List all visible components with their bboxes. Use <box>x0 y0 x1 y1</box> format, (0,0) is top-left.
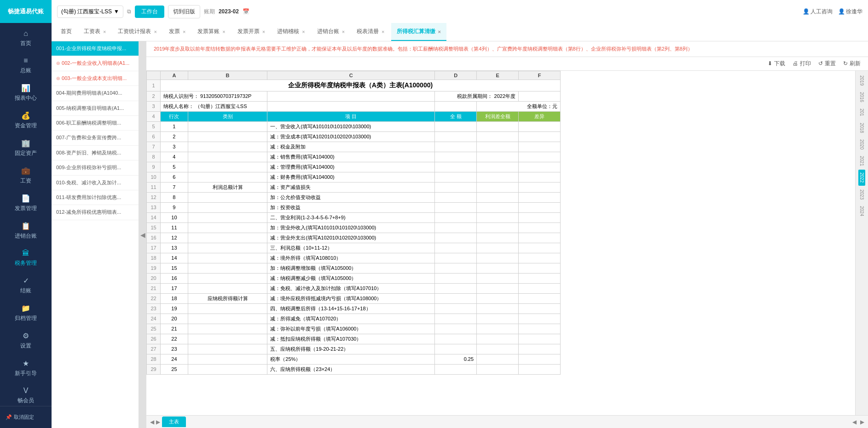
left-panel-item-008[interactable]: 008-资产折旧、摊销及纳税... <box>52 146 139 160</box>
tab-tax-clear[interactable]: 税表清册 × <box>351 23 390 41</box>
sidebar-item-fixed[interactable]: 🏢 固定资产 <box>0 134 52 162</box>
cell-amount[interactable] <box>435 334 477 344</box>
cell-profit[interactable] <box>477 324 519 334</box>
reset-button[interactable]: ↺ 重置 <box>818 60 836 68</box>
cell-diff[interactable] <box>519 324 561 334</box>
cell-profit[interactable] <box>477 263 519 273</box>
download-button[interactable]: ⬇ 下载 <box>768 60 785 68</box>
cell-amount[interactable] <box>435 131 477 142</box>
sidebar-item-sales[interactable]: 📋 进销台账 <box>0 217 52 245</box>
tab-close[interactable]: × <box>342 29 345 34</box>
sidebar-item-assets[interactable]: 💰 资金管理 <box>0 107 52 134</box>
cell-amount[interactable]: 0.25 <box>435 354 477 364</box>
cell-profit[interactable] <box>477 142 519 152</box>
next-sheet-btn[interactable]: ▶ <box>156 419 160 425</box>
tab-salary-stat[interactable]: 工资统计报表 × <box>112 23 162 41</box>
left-panel-item-011[interactable]: 011-研发费用加计扣除优惠... <box>52 190 139 205</box>
cell-diff[interactable] <box>519 263 561 273</box>
sidebar-item-settle[interactable]: ✓ 结账 <box>0 272 52 299</box>
left-panel-item-002[interactable]: ⊙ 002-一般企业收入明细表(A1... <box>52 56 139 71</box>
tab-sales-check[interactable]: 进销稽核 × <box>272 23 310 41</box>
cell-amount[interactable] <box>435 182 477 192</box>
timeline-2019[interactable]: 2019 <box>858 73 865 88</box>
cell-amount[interactable] <box>435 283 477 293</box>
sidebar-item-archive[interactable]: 📁 归档管理 <box>0 299 52 327</box>
cell-profit[interactable] <box>477 223 519 233</box>
sidebar-item-report[interactable]: 📊 报表中心 <box>0 79 52 107</box>
cell-diff[interactable] <box>519 233 561 243</box>
cell-diff[interactable] <box>519 344 561 354</box>
cell-diff[interactable] <box>519 172 561 182</box>
left-panel-item-007[interactable]: 007-广告费和业务宣传费跨... <box>52 131 139 145</box>
left-panel-item-004[interactable]: 004-期间费用明细表(A1040... <box>52 86 139 101</box>
cell-diff[interactable] <box>519 202 561 212</box>
timeline-2021[interactable]: 2021 <box>858 153 865 169</box>
timeline-2024[interactable]: 2024 <box>858 203 865 219</box>
timeline-2018[interactable]: 2018 <box>858 120 865 136</box>
cell-amount[interactable] <box>435 172 477 182</box>
cell-amount[interactable] <box>435 344 477 354</box>
cell-diff[interactable] <box>519 212 561 223</box>
cell-profit[interactable] <box>477 334 519 344</box>
prev-sheet-btn[interactable]: ◀ <box>150 419 154 425</box>
cell-amount[interactable] <box>435 293 477 303</box>
cell-diff[interactable] <box>519 162 561 172</box>
tab-close[interactable]: × <box>183 29 185 34</box>
sidebar-item-general[interactable]: ≡ 总账 <box>0 52 52 79</box>
tab-close[interactable]: × <box>302 29 305 34</box>
timeline-2023[interactable]: 2023 <box>858 187 865 202</box>
cell-amount[interactable] <box>435 314 477 324</box>
cell-profit[interactable] <box>477 162 519 172</box>
cell-diff[interactable] <box>519 303 561 314</box>
cell-profit[interactable] <box>477 293 519 303</box>
cell-profit[interactable] <box>477 202 519 212</box>
cell-profit[interactable] <box>477 152 519 162</box>
tab-income-tax[interactable]: 所得税汇算清缴 × <box>391 23 446 41</box>
collapse-button[interactable]: ◀ <box>139 41 146 428</box>
cell-amount[interactable] <box>435 212 477 223</box>
tab-invoice[interactable]: 发票 × <box>163 23 191 41</box>
cell-profit[interactable] <box>477 212 519 223</box>
sidebar-item-salary[interactable]: 💼 工资 <box>0 162 52 189</box>
cell-profit[interactable] <box>477 172 519 182</box>
cell-diff[interactable] <box>519 223 561 233</box>
tab-close[interactable]: × <box>438 29 441 34</box>
cell-diff[interactable] <box>519 182 561 192</box>
cell-profit[interactable] <box>477 182 519 192</box>
cell-profit[interactable] <box>477 303 519 314</box>
sidebar-item-member[interactable]: V 畅会员 <box>0 382 52 406</box>
cell-diff[interactable] <box>519 283 561 293</box>
tab-close[interactable]: × <box>103 29 106 34</box>
sidebar-item-tax[interactable]: 🏛 税务管理 <box>0 245 52 272</box>
cell-diff[interactable] <box>519 131 561 142</box>
cell-diff[interactable] <box>519 152 561 162</box>
scroll-left-btn[interactable]: ◀ <box>852 419 856 425</box>
tab-invoice-open[interactable]: 发票开票 × <box>232 23 271 41</box>
timeline-2022[interactable]: 2022 <box>858 170 865 185</box>
cell-diff[interactable] <box>519 121 561 131</box>
cell-profit[interactable] <box>477 273 519 283</box>
cell-profit[interactable] <box>477 192 519 202</box>
cell-diff[interactable] <box>519 243 561 253</box>
cell-profit[interactable] <box>477 243 519 253</box>
left-panel-item-012[interactable]: 012-减免所得税优惠明细表... <box>52 205 139 220</box>
cell-amount[interactable] <box>435 192 477 202</box>
cell-amount[interactable] <box>435 243 477 253</box>
workbench-button[interactable]: 工作台 <box>135 6 164 18</box>
cell-profit[interactable] <box>477 253 519 263</box>
timeline-2020[interactable]: 2020 <box>858 137 865 152</box>
cell-diff[interactable] <box>519 314 561 324</box>
bottom-tab-main[interactable]: 主表 <box>162 417 186 427</box>
tab-salary[interactable]: 工资表 × <box>78 23 111 41</box>
switch-button[interactable]: 切到旧版 <box>168 5 200 18</box>
left-panel-item-001[interactable]: 001-企业所得税年度纳税申报... <box>52 41 139 56</box>
cell-amount[interactable] <box>435 273 477 283</box>
cell-profit[interactable] <box>477 314 519 324</box>
cell-amount[interactable] <box>435 364 477 374</box>
left-panel-item-006[interactable]: 006-职工薪酬纳税调整明细... <box>52 116 139 131</box>
print-button[interactable]: 🖨 打印 <box>793 60 811 68</box>
cell-profit[interactable] <box>477 121 519 131</box>
refresh-button[interactable]: ↻ 刷新 <box>843 60 861 68</box>
cell-amount[interactable] <box>435 233 477 243</box>
left-panel-item-003[interactable]: ⊙ 003-一般企业成本支出明细... <box>52 71 139 86</box>
